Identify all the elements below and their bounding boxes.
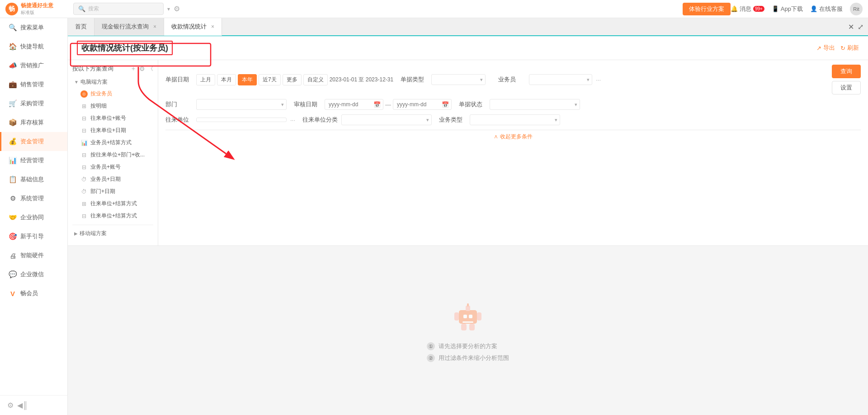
scheme-collapse-button[interactable]: 《: [148, 65, 153, 73]
scheme-item-partner-account[interactable]: ⊟ 往来单位+账号: [72, 112, 153, 124]
scheme-group-mobile: ▶ 移动端方案: [72, 228, 153, 239]
svg-rect-9: [469, 324, 475, 330]
sidebar-item-system[interactable]: ⚙ 系统管理: [0, 189, 67, 208]
filter-item-biz-type: 业务类型: [439, 114, 560, 125]
tab-bank-flow-close[interactable]: ×: [153, 24, 156, 30]
refresh-icon: ↻: [840, 45, 845, 52]
sidebar-item-enterprise[interactable]: 🤝 企业协同: [0, 208, 67, 227]
sidebar-item-wechat[interactable]: 💬 企业微信: [0, 265, 67, 284]
tab-collection-stat-close[interactable]: ×: [211, 24, 214, 30]
query-panel: 按以下方案查询 ＋ ⚙ 《 ▼ 电脑端方案: [68, 60, 868, 246]
scheme-item-by-detail[interactable]: ⊞ 按明细: [72, 100, 153, 112]
scheme-add-button[interactable]: ＋: [130, 65, 137, 73]
date-btn-more[interactable]: 更多: [283, 74, 302, 85]
sidebar-item-operation[interactable]: 📊 经营管理: [0, 151, 67, 170]
app-download-item[interactable]: 📱 App下载: [772, 5, 803, 13]
sidebar-item-search-menu[interactable]: 🔍 搜索菜单: [0, 18, 67, 37]
sidebar-item-member[interactable]: V 畅会员: [0, 284, 67, 303]
collapse-bar[interactable]: ∧ 收起更多条件: [165, 130, 861, 143]
scheme-item-partner-date[interactable]: ⊟ 往来单位+日期: [72, 124, 153, 137]
gear-settings-icon[interactable]: ⚙: [174, 5, 180, 13]
dropdown-arrow-icon[interactable]: ▾: [167, 6, 170, 12]
scheme-item-salesperson-account[interactable]: ⊟ 业务员+账号: [72, 161, 153, 173]
date-btn-custom[interactable]: 自定义: [303, 74, 328, 85]
tab-home[interactable]: 首页: [68, 18, 94, 36]
salesperson-select[interactable]: [529, 74, 592, 85]
scheme-group-desktop-header[interactable]: ▼ 电脑端方案: [72, 76, 153, 88]
sidebar-item-sales[interactable]: 💼 销售管理: [0, 75, 67, 94]
messages-item[interactable]: 🔔 消息 99+: [731, 5, 764, 13]
scheme-item-dept-date[interactable]: ⏱ 部门+日期: [72, 185, 153, 198]
sidebar-item-wechat-label: 企业微信: [20, 270, 44, 278]
try-industry-button[interactable]: 体验行业方案: [683, 3, 731, 15]
refresh-button[interactable]: ↻ 刷新: [840, 44, 859, 52]
empty-tip-2: ② 用过滤条件来缩小分析范围: [427, 354, 509, 362]
export-button[interactable]: ↗ 导出: [816, 44, 835, 52]
sidebar-item-capital[interactable]: 💰 资金管理: [0, 132, 67, 151]
scheme-settings-button[interactable]: ⚙: [139, 65, 145, 72]
filter-row-2: 部门 审核日期: [165, 99, 861, 110]
sidebar-item-marketing[interactable]: 📣 营销推广: [0, 56, 67, 75]
scheme-item-by-salesperson[interactable]: ⊙ 按业务员: [72, 88, 153, 100]
salesperson-more-icon[interactable]: ···: [596, 76, 601, 83]
scheme-item-partner-account-label: 往来单位+账号: [90, 114, 126, 122]
date-btn-this-month[interactable]: 本月: [217, 74, 236, 85]
tip-num-2: ②: [427, 354, 435, 362]
tip-text-1: 请先选择要分析的方案: [439, 342, 497, 350]
sidebar-item-capital-label: 资金管理: [20, 137, 44, 146]
sidebar-item-basic[interactable]: 📋 基础信息: [0, 170, 67, 189]
logo-char: 畅: [9, 5, 15, 13]
online-service-item[interactable]: 👤 在线客服: [810, 5, 843, 13]
svg-rect-3: [462, 321, 473, 323]
scheme-item-partner-settlement2[interactable]: ⊟ 往来单位+结算方式: [72, 210, 153, 222]
top-search-area: 🔍 搜索 ▾ ⚙: [73, 3, 683, 15]
sidebar-item-guide-label: 新手引导: [20, 232, 44, 241]
tab-maximize-icon[interactable]: ⤢: [858, 23, 863, 31]
tab-collection-stat[interactable]: 收款情况统计 ×: [164, 18, 222, 36]
sidebar-bottom: ⚙ ◀║: [0, 395, 67, 415]
svg-rect-8: [461, 324, 467, 330]
scheme-item-partner-dept-collect[interactable]: ⊟ 按往来单位+部门+收...: [72, 149, 153, 161]
page-title: 收款情况统计(按业务员): [77, 41, 173, 55]
sidebar-bottom-collapse-icon[interactable]: ◀║: [17, 401, 28, 410]
sidebar-item-hardware[interactable]: 🖨 智能硬件: [0, 246, 67, 265]
sidebar-item-inventory[interactable]: 📦 库存核算: [0, 113, 67, 132]
tab-bank-flow[interactable]: 现金银行流水查询 ×: [94, 18, 164, 36]
scheme-group-mobile-header[interactable]: ▶ 移动端方案: [72, 228, 153, 239]
biz-type-select[interactable]: [470, 114, 560, 125]
review-date-to-input[interactable]: [393, 99, 452, 110]
scheme-item-salesperson-label: 按业务员: [90, 90, 112, 98]
date-btn-last-month[interactable]: 上月: [196, 74, 215, 85]
salesperson-select-wrap: [529, 74, 592, 85]
scheme-item-partner-settlement1[interactable]: ⊞ 往来单位+结算方式: [72, 198, 153, 210]
scheme-item-salesperson-date[interactable]: ⏱ 业务员+日期: [72, 173, 153, 185]
dept-select-wrap: [196, 99, 287, 110]
settings-button[interactable]: 设置: [832, 81, 861, 94]
scheme-item-salesperson-settlement[interactable]: 📊 业务员+结算方式: [72, 137, 153, 149]
doc-type-select[interactable]: [431, 74, 486, 85]
partner-more-icon[interactable]: ···: [290, 117, 295, 123]
partner-settlement2-icon: ⊟: [80, 212, 88, 220]
svg-rect-2: [469, 315, 472, 318]
operation-icon: 📊: [9, 156, 17, 165]
capital-icon: 💰: [9, 137, 17, 146]
partner-settlement1-icon: ⊞: [80, 200, 88, 208]
date-btn-this-year[interactable]: 本年: [238, 74, 257, 85]
sidebar-bottom-settings-icon[interactable]: ⚙: [7, 401, 14, 410]
sidebar-item-purchase[interactable]: 🛒 采购管理: [0, 94, 67, 113]
dept-select[interactable]: [196, 99, 287, 110]
top-right: 🔔 消息 99+ 📱 App下载 👤 在线客服 Rit: [731, 3, 863, 15]
sidebar-item-guide[interactable]: 🎯 新手引导: [0, 227, 67, 246]
user-avatar[interactable]: Rit: [850, 3, 863, 15]
doc-status-select[interactable]: [490, 99, 580, 110]
search-placeholder-text: 搜索: [88, 5, 99, 13]
partner-category-select[interactable]: [341, 114, 432, 125]
review-date-from-input[interactable]: [325, 99, 383, 110]
sidebar-item-quick-nav[interactable]: 🏠 快捷导航: [0, 37, 67, 56]
query-button[interactable]: 查询: [832, 65, 861, 78]
date-btn-7days[interactable]: 近7天: [259, 74, 281, 85]
sidebar-item-hardware-label: 智能硬件: [20, 251, 44, 259]
filter-item-dept: 部门: [165, 99, 287, 110]
scheme-item-salesperson-date-label: 业务员+日期: [90, 175, 121, 183]
tab-close-all-icon[interactable]: ✕: [848, 23, 854, 31]
